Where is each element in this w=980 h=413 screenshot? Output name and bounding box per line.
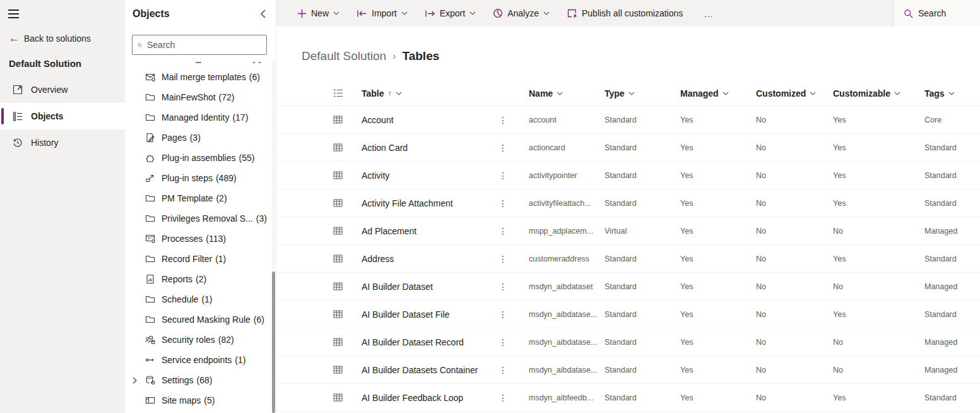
hamburger-menu-icon[interactable] <box>8 8 23 20</box>
row-kebab-menu-icon[interactable]: ⋮ <box>496 254 510 264</box>
column-header-name[interactable]: Name <box>529 88 605 99</box>
table-row[interactable]: Address⋮ customeraddress Standard Yes No… <box>276 245 980 273</box>
chevron-down-icon <box>469 11 476 15</box>
tree-item-secured-masking-rule[interactable]: Secured Masking Rule (6) <box>125 309 272 330</box>
export-button[interactable]: Export <box>425 8 476 18</box>
table-name: Ad Placement <box>362 226 416 236</box>
objects-list-icon <box>13 111 23 121</box>
table-name: AI Builder Datasets Container <box>362 365 478 375</box>
tree-item-site-maps[interactable]: Site maps (5) <box>125 390 272 410</box>
row-kebab-menu-icon[interactable]: ⋮ <box>496 226 510 236</box>
nav-item-objects[interactable]: Objects <box>0 103 125 129</box>
plugin-step-icon <box>145 173 162 183</box>
table-row[interactable]: Activity File Attachment⋮ activityfileat… <box>276 189 980 217</box>
row-kebab-menu-icon[interactable]: ⋮ <box>496 282 510 292</box>
cell-tags: Standard <box>924 143 980 152</box>
cell-customizable: Yes <box>833 143 924 152</box>
cell-name: msdyn_aibdatase... <box>529 366 605 374</box>
analyze-button[interactable]: Analyze <box>493 8 550 18</box>
row-kebab-menu-icon[interactable]: ⋮ <box>496 143 510 153</box>
table-grid-icon <box>333 338 362 346</box>
cell-customizable: Yes <box>833 116 924 124</box>
tree-item-processes[interactable]: Processes (113) <box>125 229 272 249</box>
table-row[interactable]: AI Builder Feedback Loop⋮ msdyn_aibfeedb… <box>276 384 980 412</box>
tree-item-plugin-assemblies[interactable]: Plug-in assemblies (55) <box>125 148 272 168</box>
overflow-menu-icon[interactable]: … <box>700 8 718 19</box>
table-grid-icon <box>333 282 362 290</box>
new-button[interactable]: New <box>297 8 339 18</box>
sitemap-icon <box>145 395 162 405</box>
table-row[interactable]: Account⋮ account Standard Yes No Yes Cor… <box>276 106 980 134</box>
chevron-right-icon[interactable] <box>133 377 137 384</box>
cell-customized: No <box>756 366 833 374</box>
table-row[interactable]: AI Builder Dataset Record⋮ msdyn_aibdata… <box>276 328 980 356</box>
nav-item-history[interactable]: History <box>0 129 125 156</box>
table-grid-icon <box>333 199 362 207</box>
nav-item-overview[interactable]: Overview <box>0 76 125 103</box>
column-header-table[interactable]: Table ↑ <box>362 88 529 99</box>
top-search-button[interactable]: Search <box>893 0 980 27</box>
tree-item-record-filter[interactable]: Record Filter (1) <box>125 249 272 269</box>
page-title: Tables <box>402 49 439 63</box>
cell-type: Standard <box>605 171 680 180</box>
chevron-down-icon <box>629 92 635 95</box>
cell-type: Standard <box>605 393 680 402</box>
cell-name: activityfileattach... <box>529 199 605 208</box>
table-row[interactable]: AI Builder Dataset File⋮ msdyn_aibdatase… <box>276 301 980 328</box>
tree-item-mainfewshot[interactable]: MainFewShot (72) <box>125 87 272 107</box>
breadcrumb-parent[interactable]: Default Solution <box>302 49 386 63</box>
folder-icon <box>145 314 162 325</box>
chevron-down-icon <box>810 92 816 95</box>
plus-icon <box>297 9 307 18</box>
column-header-customizable[interactable]: Customizable <box>833 88 924 99</box>
tree-item-plugin-steps[interactable]: Plug-in steps (489) <box>125 168 272 188</box>
back-to-solutions-link[interactable]: ← Back to solutions <box>9 33 91 44</box>
cell-managed: Yes <box>680 199 756 208</box>
tree-item-reports[interactable]: Reports (2) <box>125 269 272 289</box>
tree-item-service-endpoints[interactable]: Service endpoints (1) <box>125 350 272 370</box>
column-header-managed[interactable]: Managed <box>680 88 756 99</box>
row-kebab-menu-icon[interactable]: ⋮ <box>496 115 510 125</box>
cell-customized: No <box>756 199 833 208</box>
row-kebab-menu-icon[interactable]: ⋮ <box>496 393 510 403</box>
table-grid-icon <box>333 310 362 318</box>
table-name: AI Builder Dataset File <box>362 309 449 320</box>
cell-customized: No <box>756 254 833 263</box>
table-name: AI Builder Dataset <box>362 282 433 292</box>
tree-item-schedule[interactable]: Schedule (1) <box>125 289 272 309</box>
column-header-customized[interactable]: Customized <box>756 88 833 99</box>
objects-search-input[interactable] <box>147 40 261 50</box>
import-button[interactable]: Import <box>357 8 408 18</box>
objects-panel: Objects Mail merge templates <box>125 0 276 413</box>
row-kebab-menu-icon[interactable]: ⋮ <box>496 198 510 208</box>
tree-item-settings[interactable]: Settings (68) <box>125 370 272 390</box>
cell-name: actioncard <box>529 143 605 152</box>
publish-all-customizations-button[interactable]: Publish all customizations <box>567 8 683 18</box>
table-row[interactable]: Action Card⋮ actioncard Standard Yes No … <box>276 134 980 162</box>
table-grid-icon <box>333 116 362 124</box>
tree-item-pm-template[interactable]: PM Template (2) <box>125 188 272 208</box>
row-kebab-menu-icon[interactable]: ⋮ <box>496 337 510 347</box>
tree-item-mail-merge-templates[interactable]: Mail merge templates (6) <box>125 67 272 87</box>
row-kebab-menu-icon[interactable]: ⋮ <box>496 365 510 375</box>
table-row[interactable]: AI Builder Dataset⋮ msdyn_aibdataset Sta… <box>276 273 980 301</box>
table-row[interactable]: Activity⋮ activitypointer Standard Yes N… <box>276 162 980 189</box>
cell-tags: Standard <box>924 393 980 402</box>
breadcrumb: Default Solution › Tables <box>302 49 439 63</box>
table-row[interactable]: Ad Placement⋮ mspp_adplacem... Virtual Y… <box>276 217 980 245</box>
column-header-tags[interactable]: Tags <box>924 88 980 99</box>
table-row[interactable]: AI Builder Datasets Container⋮ msdyn_aib… <box>276 356 980 384</box>
tree-item-privileges-removal[interactable]: Privileges Removal S... (3) <box>125 208 272 229</box>
row-kebab-menu-icon[interactable]: ⋮ <box>496 309 510 320</box>
row-kebab-menu-icon[interactable]: ⋮ <box>496 171 510 181</box>
tree-item-managed-identity[interactable]: Managed Identity (17) <box>125 107 272 128</box>
column-header-type[interactable]: Type <box>605 88 680 99</box>
cell-customized: No <box>756 143 833 152</box>
chevron-left-icon[interactable] <box>258 8 268 20</box>
tree-item-pages[interactable]: Pages (3) <box>125 128 272 148</box>
cell-managed: Yes <box>680 310 756 319</box>
tree-item-security-roles[interactable]: Security roles (82) <box>125 330 272 350</box>
cell-tags: Standard <box>924 254 980 263</box>
scrollbar-thumb[interactable] <box>272 272 275 413</box>
cell-customizable: No <box>833 227 924 236</box>
